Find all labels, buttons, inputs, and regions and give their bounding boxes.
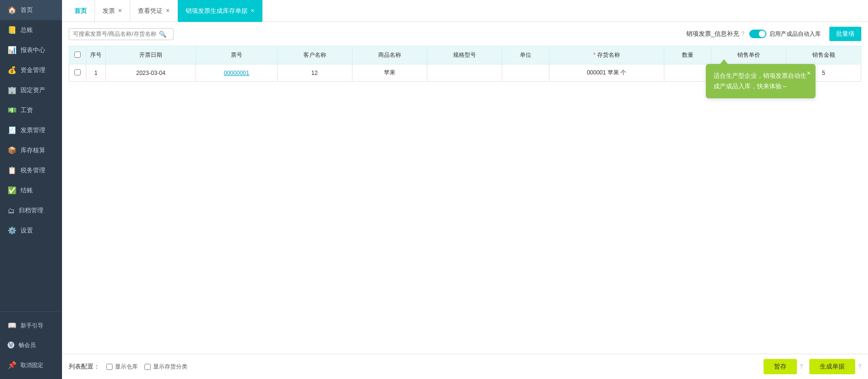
save-button[interactable]: 暂存: [764, 359, 797, 374]
header-customer: 客户名称: [277, 46, 352, 64]
sidebar-item-archive[interactable]: 🗂 归档管理: [0, 200, 62, 221]
tab-invoice[interactable]: 发票 ✕: [95, 0, 130, 22]
sidebar-item-label: 总账: [21, 26, 33, 34]
sidebar-item-fixed-assets[interactable]: 🏢 固定资产: [0, 80, 62, 100]
home-icon: 🏠: [8, 6, 17, 14]
select-all-checkbox[interactable]: [74, 52, 81, 58]
row-checkbox[interactable]: [74, 69, 81, 75]
sidebar-item-label: 新手引导: [21, 322, 43, 330]
sidebar-item-tax[interactable]: 📋 税务管理: [0, 160, 62, 180]
show-warehouse-check[interactable]: 显示仓库: [106, 363, 138, 371]
row-spec: [427, 64, 502, 82]
sidebar-item-label: 税务管理: [21, 166, 45, 175]
show-warehouse-label: 显示仓库: [115, 363, 138, 371]
sidebar-item-settle[interactable]: ✅ 结账: [0, 180, 62, 200]
auto-stock-toggle[interactable]: [749, 30, 766, 38]
show-category-check[interactable]: 显示存货分类: [145, 363, 187, 371]
page-content: 🔍 销项发票_信息补充 ? 启用产成品自动入库 批量缮: [62, 22, 868, 379]
search-box[interactable]: 🔍: [69, 28, 174, 40]
sidebar-item-label: 发票管理: [21, 126, 45, 135]
sidebar-item-inventory[interactable]: 📦 库存核算: [0, 140, 62, 160]
sidebar-item-fund[interactable]: 💰 资金管理: [0, 60, 62, 80]
header-inventory: * 存货名称: [549, 46, 664, 64]
sidebar-item-payroll[interactable]: 💵 工资: [0, 100, 62, 120]
tab-stock-close[interactable]: ✕: [250, 8, 255, 14]
info-label-text: 销项发票_信息补充: [686, 30, 739, 38]
inventory-icon: 📦: [8, 146, 17, 155]
header-seq: 序号: [86, 46, 106, 64]
info-label: 销项发票_信息补充 ?: [686, 30, 744, 38]
invoice-icon: 🧾: [8, 126, 17, 135]
tooltip-bubble: × 适合生产型企业，销项发票自动生成产成品入库，快来体验～: [706, 64, 816, 98]
tab-voucher[interactable]: 查看凭证 ✕: [130, 0, 178, 22]
tab-stock[interactable]: 销项发票生成库存单据 ✕: [178, 0, 263, 22]
report-icon: 📊: [8, 46, 17, 54]
toggle-label: 启用产成品自动入库: [769, 30, 821, 38]
search-icon: 🔍: [159, 31, 166, 38]
sidebar-item-label: 报表中心: [21, 46, 45, 54]
row-inventory: 000001 苹果 个: [549, 64, 664, 82]
ledger-icon: 📒: [8, 26, 17, 34]
cancel-fixed-button[interactable]: 📌 取消固定: [0, 355, 62, 375]
tab-invoice-label: 发票: [103, 7, 115, 15]
sidebar-item-label: 首页: [21, 6, 33, 14]
toggle-wrap: 启用产成品自动入库: [749, 30, 821, 38]
sidebar-item-label: 固定资产: [21, 86, 45, 95]
archive-icon: 🗂: [8, 207, 15, 215]
row-seq: 1: [86, 64, 106, 82]
search-input[interactable]: [73, 31, 159, 37]
cancel-fixed-label: 取消固定: [21, 361, 43, 369]
list-config-label: 列表配置：: [69, 362, 100, 371]
sidebar-bottom: 📖 新手引导 🅥 畅会员 📌 取消固定: [0, 311, 62, 379]
row-ticket-no[interactable]: 00000001: [196, 64, 277, 82]
tax-icon: 📋: [8, 166, 17, 175]
sidebar-item-ledger[interactable]: 📒 总账: [0, 20, 62, 40]
header-product: 商品名称: [352, 46, 427, 64]
batch-button[interactable]: 批量缮: [829, 27, 861, 41]
row-unit: [502, 64, 549, 82]
tab-bar: 首页 发票 ✕ 查看凭证 ✕ 销项发票生成库存单据 ✕: [62, 0, 868, 22]
show-category-label: 显示存货分类: [153, 363, 187, 371]
header-date: 开票日期: [106, 46, 196, 64]
generate-button[interactable]: 生成单据: [809, 359, 855, 374]
sidebar-item-settings[interactable]: ⚙️ 设置: [0, 221, 62, 241]
sidebar-item-label: 设置: [21, 226, 33, 235]
tab-home[interactable]: 首页: [67, 0, 95, 22]
row-checkbox-cell: [69, 64, 86, 82]
toggle-knob: [759, 31, 765, 37]
vip-icon: 🅥: [8, 341, 15, 349]
table-header-row: 序号 开票日期 票号 客户名称 商品名称 规格型号 单位 * 存货名称 数量 销…: [69, 46, 861, 64]
settle-icon: ✅: [8, 186, 17, 195]
sidebar-item-vip[interactable]: 🅥 畅会员: [0, 336, 62, 355]
guide-icon: 📖: [8, 321, 17, 330]
tab-home-label: 首页: [74, 7, 87, 15]
tooltip-arrow: [720, 59, 728, 64]
sidebar-item-guide[interactable]: 📖 新手引导: [0, 316, 62, 336]
sidebar-item-home[interactable]: 🏠 首页: [0, 0, 62, 20]
row-product: 苹果: [352, 64, 427, 82]
header-amount: 销售金额: [786, 46, 861, 64]
show-warehouse-checkbox[interactable]: [106, 364, 113, 370]
show-category-checkbox[interactable]: [145, 364, 151, 370]
tab-invoice-close[interactable]: ✕: [118, 8, 122, 14]
tab-stock-label: 销项发票生成库存单据: [186, 7, 248, 15]
tooltip-close-button[interactable]: ×: [807, 68, 811, 79]
sidebar-item-report[interactable]: 📊 报表中心: [0, 40, 62, 60]
sidebar-item-invoice[interactable]: 🧾 发票管理: [0, 120, 62, 140]
row-customer: 12: [277, 64, 352, 82]
fund-icon: 💰: [8, 66, 17, 74]
save-help-icon[interactable]: ?: [800, 363, 803, 370]
fixed-assets-icon: 🏢: [8, 86, 17, 95]
sidebar: 🏠 首页 📒 总账 📊 报表中心 💰 资金管理 🏢 固定资产 💵 工资 🧾 发票…: [0, 0, 62, 379]
tab-voucher-close[interactable]: ✕: [165, 8, 170, 14]
header-spec: 规格型号: [427, 46, 502, 64]
header-qty: 数量: [664, 46, 711, 64]
toolbar: 🔍 销项发票_信息补充 ? 启用产成品自动入库 批量缮: [62, 22, 868, 46]
payroll-icon: 💵: [8, 106, 17, 115]
header-checkbox-cell: [69, 46, 86, 64]
header-unit: 单位: [502, 46, 549, 64]
sidebar-item-label: 资金管理: [21, 66, 45, 74]
generate-help-icon[interactable]: ?: [858, 363, 861, 370]
ticket-no-link[interactable]: 00000001: [224, 70, 249, 76]
info-icon[interactable]: ?: [741, 31, 744, 37]
